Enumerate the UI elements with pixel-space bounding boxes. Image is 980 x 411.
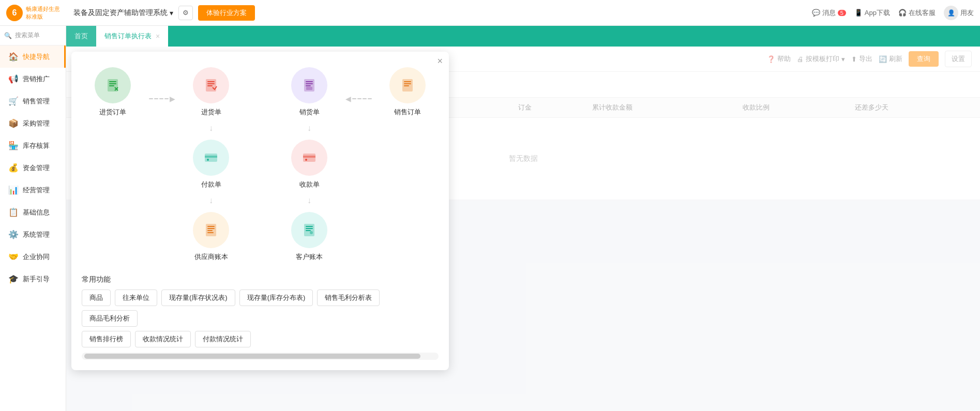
flow-node-sales-order[interactable]: 销售订单: [376, 67, 439, 117]
cart-icon: 🛒: [8, 96, 19, 106]
sidebar-item-enterprise[interactable]: 🤝 企业协同: [0, 246, 66, 268]
func-btn-stock-status[interactable]: 现存量(库存状况表): [161, 290, 235, 306]
flow-node-receipt-bill[interactable]: 收款单: [278, 140, 340, 189]
flow-node-supplier-account[interactable]: 供应商账本: [180, 212, 242, 262]
svg-rect-21: [303, 156, 315, 158]
flow-node-purchase-bill[interactable]: 进货单: [180, 67, 242, 117]
flow-node-sales-bill[interactable]: 销货单: [278, 67, 340, 117]
tab-sales-order[interactable]: 销售订单执行表 ×: [96, 26, 168, 47]
svg-point-19: [207, 159, 209, 161]
message-button[interactable]: 💬 消息 5: [812, 8, 846, 18]
sidebar-item-system[interactable]: ⚙️ 系统管理: [0, 223, 66, 246]
app-download-button[interactable]: 📱 App下载: [854, 8, 890, 18]
flow-row-1: 进货订单 ▶: [82, 62, 439, 122]
graduation-icon: 🎓: [8, 274, 19, 284]
tab-home[interactable]: 首页: [66, 26, 96, 47]
svg-rect-14: [404, 81, 411, 82]
headset-icon: 🎧: [898, 9, 907, 17]
logo-text: 畅康通好生意 标准版: [26, 5, 60, 20]
online-service-button[interactable]: 🎧 在线客服: [898, 8, 936, 18]
func-btn-stock-dist[interactable]: 现存量(库存分布表): [239, 290, 313, 306]
sidebar-item-inventory[interactable]: 🏪 库存核算: [0, 134, 66, 157]
modal-overlay: ×: [66, 47, 980, 411]
purchase-bill-label: 进货单: [201, 108, 221, 117]
func-btn-payment-stats[interactable]: 付款情况统计: [195, 331, 251, 347]
svg-rect-1: [109, 81, 116, 82]
func-buttons-row1: 商品 往来单位 现存量(库存状况表) 现存量(库存分布表) 销售毛利分析表 商品…: [82, 290, 439, 327]
modal-scrollbar-track[interactable]: [82, 353, 439, 360]
flow-node-payment-bill[interactable]: 付款单: [180, 140, 242, 189]
sidebar-item-quick-nav[interactable]: 🏠 快捷导航: [0, 45, 66, 68]
svg-point-32: [310, 231, 313, 234]
modal-close-button[interactable]: ×: [437, 56, 443, 67]
svg-rect-26: [207, 230, 213, 231]
modal-scrollbar-thumb[interactable]: [84, 354, 420, 359]
receipt-bill-label: 收款单: [299, 180, 320, 189]
sales-order-node-label: 销售订单: [394, 108, 421, 117]
func-btn-sales-rank[interactable]: 销售排行榜: [82, 331, 131, 347]
svg-rect-24: [207, 226, 215, 227]
sidebar-item-guide[interactable]: 🎓 新手引导: [0, 268, 66, 290]
customer-account-icon: [291, 212, 327, 248]
svg-rect-2: [109, 83, 116, 84]
flow-node-purchase-order[interactable]: 进货订单: [82, 67, 144, 117]
main-area: 🔍 搜索菜单 🏠 快捷导航 📢 营销推广 🛒 销售管理 📦 采购管理: [0, 26, 980, 411]
search-icon: 🔍: [4, 32, 12, 39]
quick-nav-modal: ×: [71, 52, 449, 370]
svg-rect-7: [207, 85, 213, 86]
svg-rect-11: [306, 85, 311, 86]
logo-area: 6 畅康通好生意 标准版: [6, 5, 68, 21]
svg-rect-29: [306, 226, 313, 227]
chart-icon: 📊: [8, 185, 19, 195]
box-icon: 📦: [8, 118, 19, 128]
purchase-order-icon: [95, 67, 131, 103]
sidebar-item-marketing[interactable]: 📢 营销推广: [0, 68, 66, 90]
func-btn-product[interactable]: 商品: [82, 290, 111, 306]
sidebar-item-purchase[interactable]: 📦 采购管理: [0, 112, 66, 134]
experience-button[interactable]: 体验行业方案: [198, 5, 255, 21]
func-btn-receipt-stats[interactable]: 收款情况统计: [135, 331, 191, 347]
svg-rect-3: [109, 85, 114, 86]
home-icon: 🏠: [8, 52, 19, 62]
logo-icon: 6: [6, 5, 23, 21]
avatar: 👤: [944, 6, 958, 20]
svg-rect-6: [207, 83, 215, 84]
func-btn-product-margin[interactable]: 商品毛利分析: [82, 310, 138, 327]
svg-point-22: [305, 159, 307, 161]
user-menu[interactable]: 👤 用友: [944, 6, 974, 20]
gear-button[interactable]: ⚙: [178, 6, 193, 20]
purchase-order-label: 进货订单: [99, 108, 126, 117]
clipboard-icon: 📋: [8, 207, 19, 217]
svg-rect-10: [306, 83, 313, 84]
svg-rect-12: [306, 87, 312, 90]
receipt-bill-icon: [291, 140, 327, 176]
flow-row-3: 供应商账本: [82, 207, 439, 267]
svg-rect-16: [404, 85, 409, 86]
common-functions-title: 常用功能: [82, 275, 439, 284]
svg-rect-15: [404, 83, 411, 84]
sales-order-icon: [389, 67, 426, 103]
func-btn-partners[interactable]: 往来单位: [115, 290, 157, 306]
flow-node-customer-account[interactable]: 客户账本: [278, 212, 340, 262]
svg-rect-5: [207, 81, 215, 82]
payment-bill-label: 付款单: [201, 180, 221, 189]
top-bar: 6 畅康通好生意 标准版 装备及固定资产辅助管理系统 ▾ ⚙ 体验行业方案 💬 …: [0, 0, 980, 26]
tab-bar: 首页 销售订单执行表 ×: [66, 26, 980, 47]
content-area: 首页 销售订单执行表 × ❓ 帮助 🖨 按模板打印: [66, 26, 980, 411]
svg-rect-30: [306, 228, 313, 229]
func-btn-sales-margin[interactable]: 销售毛利分析表: [317, 290, 380, 306]
purchase-bill-icon: [193, 67, 229, 103]
sales-bill-label: 销货单: [299, 108, 320, 117]
message-icon: 💬: [812, 9, 820, 17]
sidebar-item-basic-info[interactable]: 📋 基础信息: [0, 201, 66, 223]
supplier-account-icon: [193, 212, 229, 248]
flow-row-arrows-2: ↓ ↓: [82, 194, 439, 207]
tab-close-icon[interactable]: ×: [156, 32, 160, 40]
sidebar-item-finance[interactable]: 💰 资金管理: [0, 157, 66, 179]
svg-rect-9: [306, 81, 313, 82]
sidebar-search[interactable]: 🔍 搜索菜单: [0, 26, 66, 45]
common-functions: 常用功能 商品 往来单位 现存量(库存状况表) 现存量(库存分布表) 销售毛利分…: [82, 275, 439, 347]
title-dropdown[interactable]: 装备及固定资产辅助管理系统 ▾: [73, 8, 173, 18]
sidebar-item-sales[interactable]: 🛒 销售管理: [0, 90, 66, 112]
sidebar-item-operation[interactable]: 📊 经营管理: [0, 179, 66, 201]
